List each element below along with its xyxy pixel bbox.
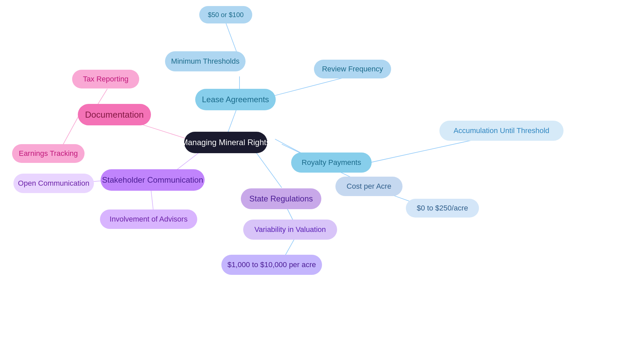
node-accumulation-until-threshold: Accumulation Until Threshold xyxy=(439,121,564,141)
node-state-regulations: State Regulations xyxy=(241,188,321,209)
node-review-frequency: Review Frequency xyxy=(314,60,391,78)
node-minimum-thresholds: Minimum Thresholds xyxy=(165,51,246,71)
node-tax-reporting: Tax Reporting xyxy=(72,70,139,88)
node-cost-per-acre: Cost per Acre xyxy=(335,177,402,196)
node-stakeholder-communication: Stakeholder Communication xyxy=(101,169,205,191)
node-lease-agreements: Lease Agreements xyxy=(195,89,276,110)
node-dollar-50-100: $50 or $100 xyxy=(199,6,252,23)
node-dollar-range-acre: $0 to $250/acre xyxy=(406,199,479,218)
node-dollar-range-per-acre: $1,000 to $10,000 per acre xyxy=(221,255,322,275)
node-documentation: Documentation xyxy=(78,104,151,125)
svg-line-12 xyxy=(255,151,282,188)
node-open-communication: Open Communication xyxy=(13,174,94,193)
node-involvement-of-advisors: Involvement of Advisors xyxy=(100,209,197,229)
node-royalty-payments: Royalty Payments xyxy=(291,153,372,173)
center-node: Managing Mineral Rights xyxy=(184,132,267,153)
node-variability-in-valuation: Variability in Valuation xyxy=(243,220,337,240)
node-earnings-tracking: Earnings Tracking xyxy=(12,144,85,163)
